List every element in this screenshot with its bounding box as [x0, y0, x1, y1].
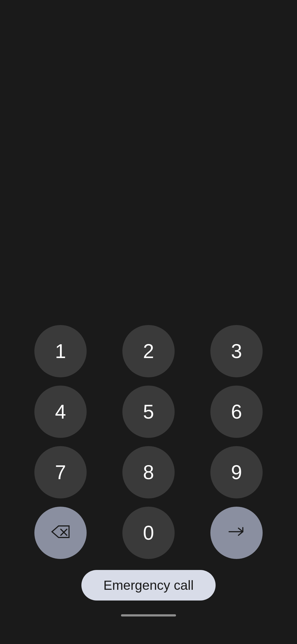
key-0[interactable]: 0 — [122, 507, 175, 559]
keypad-grid: 1 2 3 4 5 6 7 8 9 — [0, 325, 297, 559]
home-indicator — [121, 614, 176, 616]
backspace-icon — [51, 523, 70, 542]
emergency-call-button[interactable]: Emergency call — [81, 570, 216, 601]
key-5[interactable]: 5 — [122, 386, 175, 438]
key-7[interactable]: 7 — [34, 446, 87, 498]
enter-icon — [227, 523, 246, 542]
key-backspace[interactable] — [34, 507, 87, 559]
key-3[interactable]: 3 — [210, 325, 263, 377]
key-8[interactable]: 8 — [122, 446, 175, 498]
keypad-section: 1 2 3 4 5 6 7 8 9 — [0, 325, 297, 644]
key-4[interactable]: 4 — [34, 386, 87, 438]
key-1[interactable]: 1 — [34, 325, 87, 377]
key-2[interactable]: 2 — [122, 325, 175, 377]
key-enter[interactable] — [210, 507, 263, 559]
key-6[interactable]: 6 — [210, 386, 263, 438]
key-9[interactable]: 9 — [210, 446, 263, 498]
